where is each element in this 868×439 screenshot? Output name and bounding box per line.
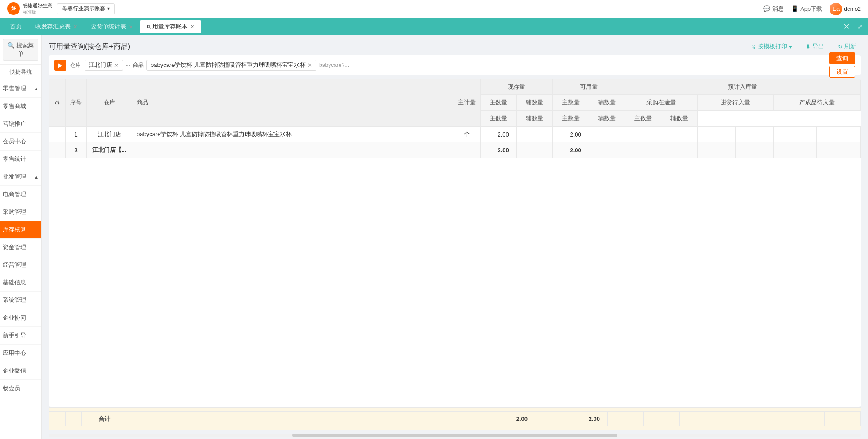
logo-app-name: 畅捷通好生意 [23, 2, 52, 9]
settings-gear-icon[interactable]: ⚙ [54, 99, 60, 106]
sidebar-item-vip[interactable]: 畅会员 [0, 380, 41, 397]
sidebar-item-ops[interactable]: 经营管理 [0, 256, 41, 274]
tab-receipts-close[interactable]: ✕ [73, 24, 77, 30]
search-menu-button[interactable]: 🔍 搜索菜单 [3, 39, 38, 61]
sidebar-item-retail-stats-label: 零售统计 [3, 155, 26, 163]
warehouse-filter-label: 仓库 [70, 61, 81, 69]
template-print-label: 按模板打印 [758, 42, 787, 51]
table-super-header: ⚙ 序号 仓库 商品 主计量 现存量 可用量 预计入库量 [49, 79, 861, 95]
cell-prod-main [773, 127, 817, 142]
sidebar-item-retail-mall-label: 零售商城 [3, 102, 26, 110]
warehouse-tag-remove[interactable]: ✕ [114, 62, 119, 69]
industry-selector[interactable]: 母婴行业演示账套 ▾ [57, 3, 115, 14]
tab-inventory-close[interactable]: ✕ [190, 24, 194, 30]
product-tag-remove[interactable]: ✕ [307, 62, 312, 69]
tab-order-stats-close[interactable]: ✕ [129, 24, 133, 30]
template-print-button[interactable]: 🖨 按模板打印 ▾ [745, 41, 797, 52]
sidebar-item-inventory-label: 库存核算 [3, 226, 26, 234]
footer-sales-aux [752, 412, 788, 426]
group-stock-aux [516, 142, 552, 158]
avatar: Ea [830, 3, 842, 15]
user-area[interactable]: Ea demo2 [830, 3, 861, 15]
product-tag[interactable]: babycare学饮杯 儿童防摔防撞吸管杯重力球吸嘴杯宝宝水杯 ✕ [146, 60, 316, 71]
sidebar-item-new-guide[interactable]: 新手引导 [0, 327, 41, 345]
tab-home[interactable]: 首页 [4, 20, 28, 33]
sidebar-item-enterprise-wechat-label: 企业微信 [3, 367, 26, 375]
filter-tags: 江北门店 ✕ ··· 商品 babycare学饮杯 儿童防摔防撞吸管杯重力球吸嘴… [85, 60, 855, 71]
sidebar-item-member[interactable]: 会员中心 [0, 133, 41, 151]
sidebar-item-retail-mgmt[interactable]: 零售管理 ▲ [0, 80, 41, 98]
quick-nav-label[interactable]: 快捷导航 [10, 69, 32, 75]
tab-inventory[interactable]: 可用量库存账本 ✕ [140, 20, 201, 33]
th-sales-aux: 辅数量 [589, 111, 625, 127]
industry-label: 母婴行业演示账套 [62, 5, 105, 13]
sidebar-item-finance-label: 资金管理 [3, 243, 26, 251]
query-button[interactable]: 查询 [829, 52, 855, 64]
message-button[interactable]: 💬 消息 [763, 5, 784, 13]
product-tag-value: babycare学饮杯 儿童防摔防撞吸管杯重力球吸嘴杯宝宝水杯 [151, 61, 306, 69]
sidebar-item-app-center[interactable]: 应用中心 [0, 345, 41, 362]
export-button[interactable]: ⬇ 导出 [801, 41, 829, 52]
th-stock-main: 主数量 [480, 95, 516, 111]
cell-warehouse: 江北门店 [87, 127, 132, 142]
sidebar-item-ecommerce[interactable]: 电商管理 [0, 186, 41, 203]
chevron-icon-wholesale: ▲ [34, 175, 38, 179]
refresh-button[interactable]: ↻ 刷新 [833, 41, 861, 52]
expand-tabs-button[interactable]: ⤢ [857, 23, 868, 30]
footer-label: 合计 [82, 412, 127, 426]
chevron-down-icon: ▾ [107, 5, 110, 12]
chevron-down-icon-print: ▾ [789, 43, 792, 50]
avatar-initial: Ea [832, 5, 840, 12]
th-incoming-header: 预计入库量 [625, 79, 860, 95]
sidebar-item-wholesale-label: 批发管理 [3, 173, 26, 181]
footer-empty-no [66, 412, 82, 426]
sidebar-item-inventory[interactable]: 库存核算 [0, 221, 41, 239]
nav-tabs: 首页 收发存汇总表 ✕ 要货单统计表 ✕ 可用量库存账本 ✕ ✕ ⤢ [0, 18, 868, 35]
th-sales-main: 主数量 [552, 111, 589, 127]
group-stock-main: 2.00 [480, 142, 516, 158]
th-prod-aux: 辅数量 [661, 111, 697, 127]
sidebar-item-purchase[interactable]: 采购管理 [0, 203, 41, 221]
sidebar-item-wholesale[interactable]: 批发管理 ▲ [0, 168, 41, 186]
sidebar-item-system[interactable]: 系统管理 [0, 292, 41, 309]
tab-order-stats[interactable]: 要货单统计表 ✕ [85, 20, 139, 33]
top-bar: 好 畅捷通好生意 标准版 母婴行业演示账套 ▾ 💬 消息 📱 App下载 Ea … [0, 0, 868, 18]
sidebar-item-basic-info[interactable]: 基础信息 [0, 274, 41, 292]
footer-empty-unit [472, 412, 499, 426]
inventory-table: ⚙ 序号 仓库 商品 主计量 现存量 可用量 预计入库量 主数量 辅数量 主数量 [49, 79, 861, 158]
warehouse-tag[interactable]: 江北门店 ✕ [85, 60, 123, 71]
sidebar-item-ops-label: 经营管理 [3, 261, 26, 269]
phone-icon: 📱 [791, 5, 798, 12]
sidebar-item-retail-mall[interactable]: 零售商城 [0, 98, 41, 115]
sidebar-item-enterprise-collab-label: 企业协同 [3, 314, 26, 322]
tab-receipts[interactable]: 收发存汇总表 ✕ [29, 20, 84, 33]
footer-available-main: 2.00 [571, 412, 608, 426]
th-sales-incoming: 进货待入量 [697, 95, 773, 111]
sidebar-item-enterprise-collab[interactable]: 企业协同 [0, 309, 41, 327]
product-filter-label: 商品 [133, 61, 144, 69]
horizontal-scrollbar[interactable] [49, 434, 861, 437]
content-area: 可用量查询(按仓库+商品) 🖨 按模板打印 ▾ ⬇ 导出 ↻ 刷新 ▶ [42, 35, 868, 439]
sidebar-item-marketing[interactable]: 营销推广 [0, 115, 41, 133]
sidebar-item-enterprise-wechat[interactable]: 企业微信 [0, 362, 41, 380]
filter-more-icon[interactable]: ··· [126, 62, 130, 68]
close-all-tabs-button[interactable]: ✕ [843, 22, 855, 32]
th-settings: ⚙ [49, 79, 66, 127]
search-menu-label: 搜索菜单 [16, 42, 34, 57]
sidebar-item-member-label: 会员中心 [3, 137, 26, 146]
sidebar-item-finance[interactable]: 资金管理 [0, 239, 41, 256]
scroll-thumb[interactable] [292, 434, 617, 437]
message-label: 消息 [772, 5, 784, 13]
th-warehouse: 仓库 [87, 79, 132, 127]
footer-purchase-main [644, 412, 680, 426]
search-icon: 🔍 [7, 42, 14, 49]
settings-button[interactable]: 设置 [829, 66, 855, 78]
table-row: 1 江北门店 babycare学饮杯 儿童防摔防撞吸管杯重力球吸嘴杯宝宝水杯 个… [49, 127, 861, 142]
sidebar-item-retail-stats[interactable]: 零售统计 [0, 151, 41, 168]
th-available-header: 可用量 [552, 79, 625, 95]
sidebar: 🔍 搜索菜单 快捷导航 零售管理 ▲ 零售商城 营销推广 会员中心 零售统计 [0, 35, 42, 439]
logo-text-block: 畅捷通好生意 标准版 [23, 2, 52, 15]
filter-expand-button[interactable]: ▶ [54, 60, 66, 71]
main-layout: 🔍 搜索菜单 快捷导航 零售管理 ▲ 零售商城 营销推广 会员中心 零售统计 [0, 35, 868, 439]
app-download-button[interactable]: 📱 App下载 [791, 5, 822, 13]
